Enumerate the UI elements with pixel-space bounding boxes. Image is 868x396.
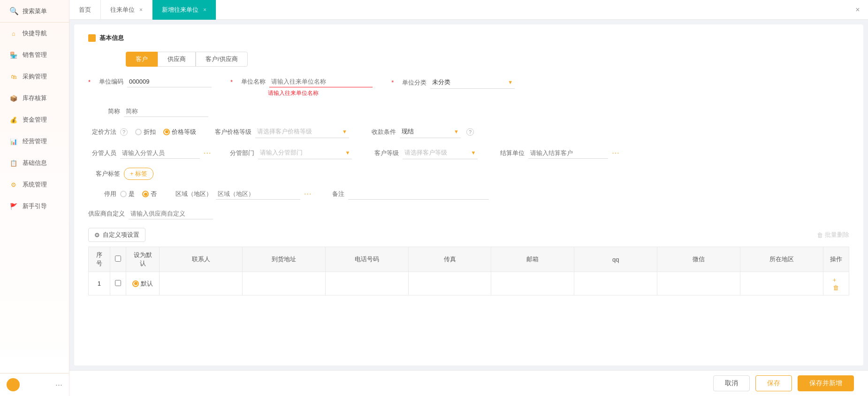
add-tag-button[interactable]: + 标签: [124, 168, 153, 180]
region-input[interactable]: [216, 188, 300, 200]
tab-contacts-close-icon[interactable]: ×: [139, 7, 143, 13]
unit-btn-supplier[interactable]: 供应商: [158, 52, 196, 67]
radio-no-label: 否: [151, 190, 157, 198]
cancel-button[interactable]: 取消: [713, 375, 750, 391]
region-dots-icon[interactable]: ···: [304, 190, 312, 198]
row-manager: 分管人员 ··· 分管部门 请输入分管部门 ▼ 客户等级 请选择客户等级 ▼ 结…: [88, 147, 849, 159]
save-button[interactable]: 保存: [755, 375, 792, 391]
cell-qq[interactable]: [574, 272, 657, 295]
search-menu[interactable]: 🔍 搜索菜单: [0, 0, 69, 23]
sidebar-item-inventory[interactable]: 📦 库存核算: [0, 87, 69, 109]
sidebar-item-finance[interactable]: 💰 资金管理: [0, 109, 69, 131]
manager-dots-icon[interactable]: ···: [204, 149, 211, 157]
row-add-icon[interactable]: ＋: [831, 276, 838, 283]
col-checkbox[interactable]: [110, 247, 126, 272]
col-area: 所在地区: [740, 247, 823, 272]
field-notes: 备注: [330, 188, 489, 200]
window-close-button[interactable]: ×: [852, 4, 863, 16]
cell-email[interactable]: [491, 272, 574, 295]
supplier-custom-input[interactable]: [129, 208, 213, 219]
phone-input[interactable]: [330, 280, 404, 287]
unit-category-chevron-icon: ▼: [508, 79, 513, 85]
customer-level-label: 客户等级: [371, 149, 399, 157]
unit-name-error: 请输入往来单位名称: [268, 89, 319, 97]
sidebar-item-purchase[interactable]: 🛍 采购管理: [0, 66, 69, 87]
settlement-dots-icon[interactable]: ···: [612, 149, 619, 157]
dept-select[interactable]: 请输入分管部门 ▼: [258, 147, 352, 159]
save-new-button[interactable]: 保存并新增: [798, 375, 854, 391]
tab-home[interactable]: 首页: [69, 0, 101, 20]
sidebar-item-quick-nav[interactable]: ⌂ 快捷导航: [0, 23, 69, 44]
notes-input[interactable]: [348, 188, 489, 200]
sidebar-more-icon[interactable]: ···: [55, 380, 62, 390]
unit-btn-customer[interactable]: 客户: [126, 52, 158, 67]
select-all-checkbox[interactable]: [115, 256, 121, 262]
wechat-input[interactable]: [662, 280, 735, 287]
sidebar-label-basic-info: 基础信息: [23, 159, 47, 167]
radio-disabled-no[interactable]: 否: [142, 190, 157, 198]
payment-terms-label: 收款条件: [368, 128, 396, 136]
sidebar-item-system[interactable]: ⚙ 系统管理: [0, 174, 69, 195]
tab-contacts[interactable]: 往来单位 ×: [101, 0, 152, 20]
customer-price-chevron-icon: ▼: [342, 129, 347, 134]
cell-default[interactable]: 默认: [126, 272, 159, 295]
unit-category-select[interactable]: 未分类 ▼: [430, 76, 515, 89]
radio-price-level-circle: [163, 129, 170, 135]
radio-price-level[interactable]: 价格等级: [163, 128, 196, 136]
manager-input[interactable]: [120, 148, 200, 159]
tab-new-contact[interactable]: 新增往来单位 ×: [152, 0, 216, 20]
cell-wechat[interactable]: [657, 272, 740, 295]
qq-input[interactable]: [579, 280, 652, 287]
money-icon: 💰: [9, 116, 18, 124]
sidebar-item-basic-info[interactable]: 📋 基础信息: [0, 152, 69, 174]
sidebar-label-system: 系统管理: [23, 180, 47, 189]
cell-checkbox[interactable]: [110, 272, 126, 295]
unit-name-input[interactable]: [269, 76, 373, 87]
shop-icon: 🏪: [9, 51, 18, 59]
radio-price-level-label: 价格等级: [172, 128, 196, 136]
sidebar-label-guide: 新手引导: [23, 202, 47, 210]
payment-terms-help-icon[interactable]: ?: [466, 128, 474, 136]
pricing-help-icon[interactable]: ?: [120, 128, 128, 136]
radio-disabled-yes[interactable]: 是: [120, 190, 135, 198]
add-tag-label: + 标签: [130, 170, 147, 178]
cell-address[interactable]: [243, 272, 326, 295]
pricing-label: 定价方法: [88, 128, 116, 136]
sidebar-item-sales[interactable]: 🏪 销售管理: [0, 44, 69, 66]
cell-actions: ＋ 🗑: [823, 272, 849, 295]
cell-fax[interactable]: [408, 272, 491, 295]
customer-price-select[interactable]: 请选择客户价格等级 ▼: [255, 125, 349, 138]
default-radio[interactable]: [132, 280, 139, 287]
area-input[interactable]: [745, 280, 818, 287]
address-input[interactable]: [247, 280, 320, 287]
sidebar-item-operations[interactable]: 📊 经营管理: [0, 131, 69, 152]
unit-code-input[interactable]: [127, 76, 212, 87]
col-seq: 序号: [89, 247, 110, 272]
fax-input[interactable]: [413, 280, 487, 287]
custom-settings-button[interactable]: ⚙ 自定义项设置: [88, 228, 145, 242]
col-phone: 电话号码: [325, 247, 408, 272]
row-customer-tag: 客户标签 + 标签: [88, 168, 849, 180]
radio-yes-label: 是: [129, 190, 135, 198]
customer-level-select[interactable]: 请选择客户等级 ▼: [403, 147, 478, 159]
unit-btn-both[interactable]: 客户/供应商: [196, 52, 248, 67]
sidebar-item-guide[interactable]: 🚩 新手引导: [0, 195, 69, 217]
batch-delete[interactable]: 🗑 批量删除: [817, 231, 849, 239]
contact-input[interactable]: [164, 280, 237, 287]
cell-contact[interactable]: [160, 272, 243, 295]
cell-area[interactable]: [740, 272, 823, 295]
tab-new-contact-close-icon[interactable]: ×: [203, 7, 206, 13]
row-delete-icon[interactable]: 🗑: [833, 284, 839, 291]
email-input[interactable]: [496, 280, 569, 287]
cell-phone[interactable]: [325, 272, 408, 295]
row-checkbox[interactable]: [115, 280, 121, 286]
field-settlement: 结算单位 ···: [496, 148, 619, 159]
radio-discount[interactable]: 折扣: [135, 128, 156, 136]
tab-bar: 首页 往来单位 × 新增往来单位 × ×: [69, 0, 868, 20]
settlement-input[interactable]: [528, 148, 608, 159]
payment-terms-select[interactable]: 现结 ▼: [400, 125, 461, 138]
gear-icon: ⚙: [9, 180, 18, 189]
short-name-input[interactable]: [124, 106, 208, 117]
footer: 取消 保存 保存并新增: [69, 370, 868, 396]
supplier-custom-label: 供应商自定义: [88, 210, 125, 218]
